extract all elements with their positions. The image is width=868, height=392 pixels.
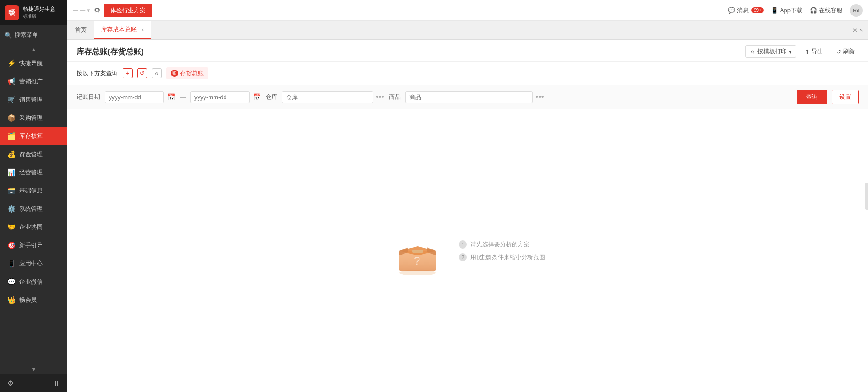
vip-icon: 👑 (7, 296, 15, 304)
filter-reset-btn[interactable]: ↺ (137, 68, 147, 78)
message-btn[interactable]: 💬 消息 99+ (728, 6, 764, 15)
sidebar-item-label: 库存核算 (19, 132, 43, 140)
breadcrumb-arrow: ▾ (87, 7, 90, 14)
warehouse-label: 仓库 (266, 93, 277, 101)
wechat-icon: 💬 (7, 278, 15, 286)
empty-illustration: ? (390, 224, 445, 278)
print-label: 按模板打印 (757, 47, 787, 56)
empty-state: ? 1 请先选择要分析的方案 2 用[过滤]条件来缩小分析范围 (67, 109, 868, 392)
sidebar-item-appstore[interactable]: 📱 应用中心 (0, 255, 67, 273)
filter-add-btn[interactable]: + (123, 68, 133, 78)
tab-inventory-ledger[interactable]: 库存成本总账 × (94, 21, 151, 39)
scheme-item-ledger[interactable]: 账 存货总账 (166, 67, 208, 79)
sidebar-search-area[interactable]: 🔍 搜索菜单 (0, 25, 67, 45)
tip-item-1: 1 请先选择要分析的方案 (459, 240, 545, 249)
search-icon: 🔍 (5, 32, 12, 39)
export-btn[interactable]: ⬆ 导出 (801, 45, 827, 58)
sidebar-item-label: 新手引导 (19, 241, 43, 249)
shortcut-icon: ⚡ (7, 59, 15, 67)
main-area: — — ▾ ⚙ 体验行业方案 💬 消息 99+ 📱 App下载 🎧 在线客服 R… (67, 0, 868, 392)
scroll-down-indicator: ▼ (0, 365, 67, 374)
calendar-to-icon[interactable]: 📅 (253, 93, 261, 101)
sidebar-item-purchase[interactable]: 📦 采购管理 (0, 109, 67, 127)
message-badge: 99+ (751, 7, 764, 13)
newuser-icon: 🎯 (7, 241, 15, 249)
sidebar-item-wechat[interactable]: 💬 企业微信 (0, 273, 67, 291)
date-field-label: 记账日期 (77, 93, 100, 101)
sidebar-item-basic[interactable]: 🗃️ 基础信息 (0, 182, 67, 200)
user-avatar[interactable]: Rit (850, 4, 863, 17)
online-service-btn[interactable]: 🎧 在线客服 (810, 6, 842, 15)
query-btn[interactable]: 查询 (797, 90, 827, 104)
settings-btn[interactable]: 设置 (832, 90, 859, 104)
date-from-input[interactable] (105, 91, 164, 103)
inventory-icon: 🗂️ (7, 132, 15, 140)
right-panel[interactable] (865, 183, 868, 210)
search-menu-btn[interactable]: 🔍 搜索菜单 (5, 29, 63, 41)
expand-icon[interactable]: ⤡ (859, 27, 864, 34)
topbar-settings-icon[interactable]: ⚙ (94, 6, 100, 15)
date-to-input[interactable] (190, 91, 250, 103)
app-logo: 畅 畅捷通好生意 标准版 (0, 0, 67, 25)
content-area: 库存总账(存货总账) 🖨 按模板打印 ▾ ⬆ 导出 ↺ 刷新 按以下方案查询 (67, 40, 868, 392)
sidebar-item-marketing[interactable]: 📢 营销推广 (0, 72, 67, 91)
topbar: — — ▾ ⚙ 体验行业方案 💬 消息 99+ 📱 App下载 🎧 在线客服 R… (67, 0, 868, 21)
sidebar-item-system[interactable]: ⚙️ 系统管理 (0, 200, 67, 218)
sidebar-item-enterprise[interactable]: 🤝 企业协同 (0, 218, 67, 236)
appstore-icon: 📱 (7, 260, 15, 268)
sidebar-item-newuser[interactable]: 🎯 新手引导 (0, 236, 67, 255)
tip-text-1: 请先选择要分析的方案 (470, 240, 530, 249)
print-dropdown-icon: ▾ (789, 48, 792, 55)
printer-icon: 🖨 (750, 48, 756, 55)
sidebar-item-label: 畅会员 (19, 296, 37, 304)
close-all-btn[interactable]: ✕ (853, 27, 858, 34)
online-service-label: 在线客服 (819, 6, 842, 15)
settings-bottom-icon[interactable]: ⚙ (7, 379, 14, 387)
sidebar-item-sales[interactable]: 🛒 销售管理 (0, 91, 67, 109)
purchase-icon: 📦 (7, 114, 15, 122)
calendar-from-icon[interactable]: 📅 (168, 93, 175, 101)
sidebar-item-label: 企业协同 (19, 223, 43, 231)
message-label: 消息 (737, 6, 749, 15)
operation-icon: 📊 (7, 168, 15, 177)
warehouse-more-icon[interactable]: ••• (376, 92, 384, 102)
finance-icon: 💰 (7, 150, 15, 158)
sidebar-item-operation[interactable]: 📊 经营管理 (0, 163, 67, 182)
tip-item-2: 2 用[过滤]条件来缩小分析范围 (459, 253, 545, 261)
sidebar-item-inventory[interactable]: 🗂️ 库存核算 (0, 127, 67, 145)
filter-dash: — (180, 94, 186, 101)
sidebar-item-vip[interactable]: 👑 畅会员 (0, 291, 67, 309)
page-header: 库存总账(存货总账) 🖨 按模板打印 ▾ ⬆ 导出 ↺ 刷新 (67, 40, 868, 62)
industry-solution-btn[interactable]: 体验行业方案 (104, 4, 152, 17)
user-name: Rit (853, 8, 859, 13)
product-more-icon[interactable]: ••• (536, 92, 544, 102)
audio-bottom-icon[interactable]: ⏸ (53, 379, 60, 387)
refresh-btn[interactable]: ↺ 刷新 (832, 45, 859, 58)
app-download-btn[interactable]: 📱 App下载 (771, 6, 802, 15)
filter-collapse-btn[interactable]: « (152, 68, 162, 78)
sidebar-item-label: 企业微信 (19, 278, 43, 286)
tab-close-icon[interactable]: × (141, 27, 144, 32)
tip-num-1: 1 (459, 240, 467, 249)
sidebar-item-label: 营销推广 (19, 77, 43, 86)
product-input[interactable] (405, 91, 533, 103)
svg-rect-6 (412, 250, 423, 253)
sidebar-item-label: 快捷导航 (19, 59, 43, 67)
search-menu-label: 搜索菜单 (15, 31, 38, 39)
message-icon: 💬 (728, 7, 735, 14)
warehouse-input[interactable] (282, 91, 373, 103)
sidebar-item-finance[interactable]: 💰 资金管理 (0, 145, 67, 163)
scheme-icon-label: 账 (172, 70, 177, 76)
print-btn[interactable]: 🖨 按模板打印 ▾ (745, 45, 796, 58)
sidebar-item-label: 经营管理 (19, 168, 43, 177)
breadcrumb: — — ▾ (73, 7, 90, 14)
sidebar-item-shortcut[interactable]: ⚡ 快捷导航 (0, 54, 67, 72)
tab-home[interactable]: 首页 (67, 21, 94, 39)
app-name: 畅捷通好生意 (23, 6, 56, 13)
product-label: 商品 (389, 93, 401, 101)
app-download-label: App下载 (780, 6, 802, 15)
filter-row: 记账日期 📅 — 📅 仓库 ••• 商品 ••• 查询 设置 (67, 85, 868, 109)
scroll-up-indicator: ▲ (0, 45, 67, 54)
refresh-label: 刷新 (843, 47, 855, 56)
page-title: 库存总账(存货总账) (77, 46, 143, 57)
